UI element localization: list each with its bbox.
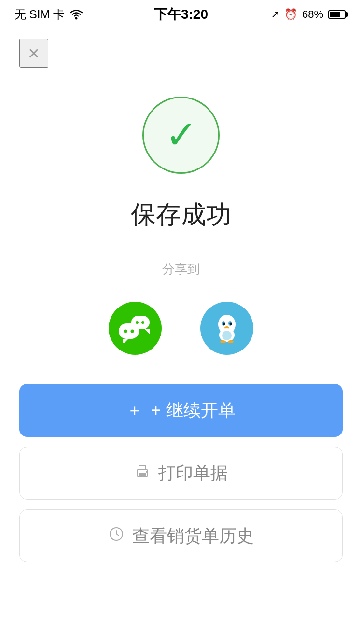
close-icon: ×: [28, 43, 39, 63]
checkmark-icon: ✓: [165, 116, 197, 154]
clock-icon: [108, 526, 125, 546]
wechat-icon-circle: [109, 302, 162, 355]
share-icons-row: [19, 302, 343, 355]
svg-point-6: [131, 330, 134, 333]
svg-point-7: [136, 321, 139, 324]
status-indicators: ↗ ⏰ 68%: [271, 8, 348, 21]
battery-indicator: [328, 10, 348, 19]
close-button[interactable]: ×: [19, 39, 48, 68]
status-carrier: 无 SIM 卡: [14, 7, 83, 22]
wifi-icon: [70, 9, 83, 20]
svg-point-8: [141, 321, 144, 324]
history-label: 查看销货单历史: [132, 524, 254, 548]
svg-marker-4: [145, 329, 150, 334]
status-bar: 无 SIM 卡 下午3:20 ↗ ⏰ 68%: [0, 0, 362, 29]
status-time: 下午3:20: [154, 5, 208, 24]
battery-percent: 68%: [302, 8, 323, 21]
print-button[interactable]: 打印单据: [19, 447, 343, 500]
printer-icon: [134, 463, 151, 483]
svg-point-17: [220, 340, 226, 343]
alarm-icon: ⏰: [284, 8, 297, 21]
main-content: × ✓ 保存成功 分享到: [0, 29, 362, 644]
share-label: 分享到: [162, 261, 200, 278]
svg-point-18: [228, 340, 234, 343]
carrier-text: 无 SIM 卡: [14, 7, 65, 22]
action-buttons: ＋ + 继续开单 打印单据 查看销货单历史: [19, 384, 343, 562]
plus-icon: ＋: [126, 399, 143, 421]
qq-icon: [211, 313, 242, 344]
success-title: 保存成功: [131, 198, 231, 232]
svg-point-21: [146, 471, 148, 473]
success-icon-circle: ✓: [142, 97, 220, 174]
divider-left: [19, 269, 153, 269]
share-section: 分享到: [19, 261, 343, 355]
wechat-share-button[interactable]: [109, 302, 162, 355]
qq-share-button[interactable]: [200, 302, 253, 355]
svg-point-13: [230, 323, 232, 325]
divider-right: [209, 269, 343, 269]
svg-point-0: [75, 17, 78, 20]
wechat-icon: [118, 314, 153, 343]
svg-rect-20: [139, 473, 146, 476]
svg-marker-2: [123, 339, 128, 343]
qq-icon-circle: [200, 302, 253, 355]
continue-order-label: + 继续开单: [151, 399, 235, 422]
continue-order-button[interactable]: ＋ + 继续开单: [19, 384, 343, 437]
location-icon: ↗: [271, 8, 279, 21]
svg-point-12: [223, 323, 225, 325]
history-button[interactable]: 查看销货单历史: [19, 509, 343, 562]
svg-rect-3: [131, 316, 150, 329]
svg-point-5: [124, 330, 127, 333]
print-label: 打印单据: [158, 462, 228, 485]
share-divider: 分享到: [19, 261, 343, 278]
svg-point-16: [222, 331, 232, 340]
